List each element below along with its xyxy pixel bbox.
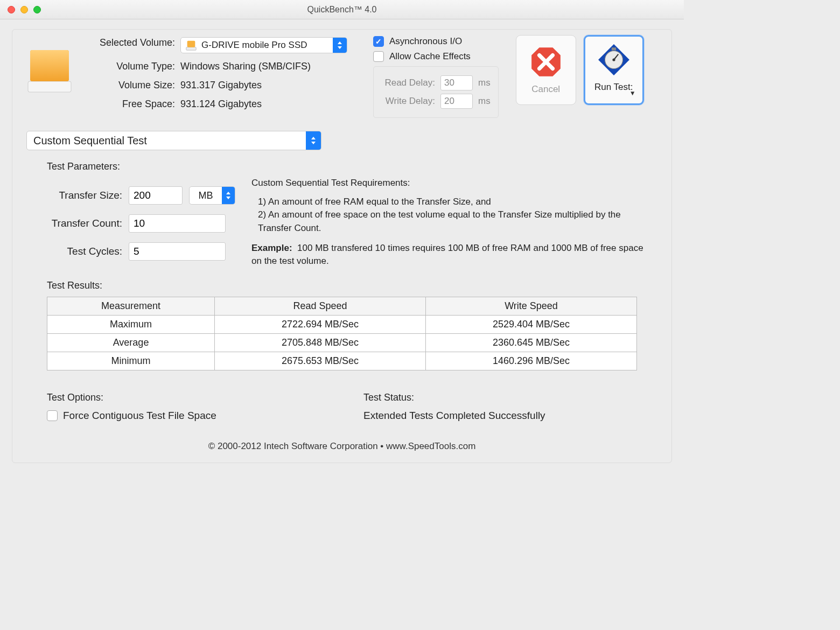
test-status-heading: Test Status: xyxy=(363,392,637,403)
transfer-size-unit-select[interactable]: MB xyxy=(189,186,235,205)
transfer-count-input[interactable] xyxy=(129,214,226,233)
free-space-value: 931.124 Gigabytes xyxy=(180,99,353,110)
svg-marker-15 xyxy=(311,137,316,139)
volume-select[interactable]: G-DRIVE mobile Pro SSD xyxy=(180,37,347,53)
async-io-checkbox[interactable] xyxy=(373,36,384,47)
force-contiguous-checkbox[interactable] xyxy=(47,410,58,421)
run-test-button[interactable]: Run Test: ▼ xyxy=(584,35,644,105)
test-status-value: Extended Tests Completed Successfully xyxy=(363,410,637,422)
volume-size-label: Volume Size: xyxy=(89,80,180,91)
dropdown-arrows-icon xyxy=(333,37,347,53)
volume-icon xyxy=(20,37,79,102)
requirements-text: Custom Sequential Test Requirements: 1) … xyxy=(251,177,648,270)
test-type-select[interactable]: Custom Sequential Test xyxy=(26,131,321,150)
table-row: Maximum2722.694 MB/Sec2529.404 MB/Sec xyxy=(47,316,637,334)
write-delay-label: Write Delay: xyxy=(381,96,435,107)
dropdown-arrows-icon xyxy=(222,186,235,205)
transfer-size-input[interactable] xyxy=(129,186,183,205)
svg-rect-2 xyxy=(30,50,69,81)
read-delay-label: Read Delay: xyxy=(381,78,435,88)
titlebar: QuickBench™ 4.0 xyxy=(0,0,684,19)
force-contiguous-label: Force Contiguous Test File Space xyxy=(63,410,216,422)
svg-rect-4 xyxy=(187,41,195,47)
free-space-label: Free Space: xyxy=(89,99,180,110)
footer-text: © 2000-2012 Intech Software Corporation … xyxy=(20,441,664,452)
volume-type-value: Windows Sharing (SMB/CIFS) xyxy=(180,61,353,72)
ms-label: ms xyxy=(478,78,491,88)
cancel-button[interactable]: Cancel xyxy=(516,35,576,105)
table-row: Minimum2675.653 MB/Sec1460.296 MB/Sec xyxy=(47,352,637,370)
transfer-size-label: Transfer Size: xyxy=(36,190,122,201)
svg-marker-16 xyxy=(311,142,316,144)
test-cycles-label: Test Cycles: xyxy=(36,246,122,257)
cache-effects-checkbox[interactable] xyxy=(373,51,384,62)
transfer-count-label: Transfer Count: xyxy=(36,218,122,229)
volume-type-label: Volume Type: xyxy=(89,61,180,72)
read-delay-input[interactable] xyxy=(440,75,473,90)
test-cycles-input[interactable] xyxy=(129,242,226,261)
svg-marker-6 xyxy=(338,46,342,49)
cancel-icon xyxy=(529,45,563,79)
cache-effects-label: Allow Cache Effects xyxy=(389,51,471,62)
svg-marker-17 xyxy=(226,192,230,194)
ms-label: ms xyxy=(478,96,491,107)
svg-marker-18 xyxy=(226,197,230,199)
async-io-label: Asynchronous I/O xyxy=(389,36,462,47)
window-title: QuickBench™ 4.0 xyxy=(0,5,684,15)
svg-rect-0 xyxy=(28,81,71,92)
table-header-row: Measurement Read Speed Write Speed xyxy=(47,297,637,316)
svg-rect-3 xyxy=(186,47,196,51)
test-options-heading: Test Options: xyxy=(47,392,320,403)
results-table: Measurement Read Speed Write Speed Maxim… xyxy=(47,297,637,370)
svg-rect-14 xyxy=(612,47,616,50)
test-parameters-heading: Test Parameters: xyxy=(47,161,664,172)
volume-select-value: G-DRIVE mobile Pro SSD xyxy=(201,40,333,51)
test-type-value: Custom Sequential Test xyxy=(27,135,306,147)
table-row: Average2705.848 MB/Sec2360.645 MB/Sec xyxy=(47,334,637,352)
volume-size-value: 931.317 Gigabytes xyxy=(180,80,353,91)
test-results-heading: Test Results: xyxy=(47,280,637,291)
dropdown-triangle-icon: ▼ xyxy=(629,89,636,97)
dropdown-arrows-icon xyxy=(306,131,321,150)
stopwatch-icon xyxy=(597,43,631,76)
write-delay-input[interactable] xyxy=(440,94,473,109)
svg-marker-5 xyxy=(338,41,342,44)
selected-volume-label: Selected Volume: xyxy=(89,37,180,53)
